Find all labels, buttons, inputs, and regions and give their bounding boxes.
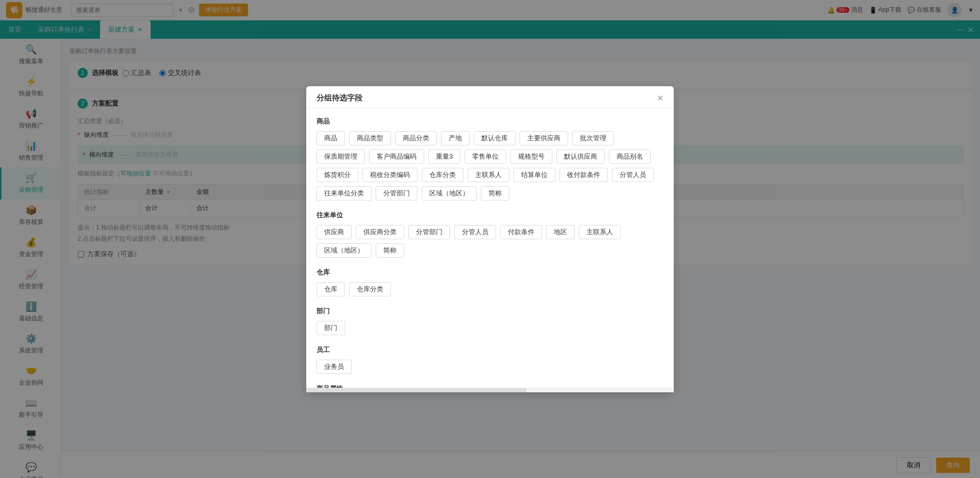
field-tag-main-contact2[interactable]: 主联系人 [579, 225, 621, 239]
department-field-tags: 部门 [316, 321, 664, 335]
warehouse-section: 仓库 仓库 仓库分类 [316, 268, 664, 296]
warehouse-section-title: 仓库 [316, 268, 664, 277]
field-tag-manager[interactable]: 分管人员 [612, 168, 654, 182]
field-tag-batch-mgmt[interactable]: 批次管理 [572, 131, 614, 145]
field-tag-dept[interactable]: 部门 [316, 321, 345, 335]
warehouse-field-tags: 仓库 仓库分类 [316, 282, 664, 296]
product-attr-section-title: 商品属性 [316, 384, 664, 388]
field-tag-warehouse-category[interactable]: 仓库分类 [422, 168, 463, 182]
field-tag-retail-unit[interactable]: 零售单位 [464, 149, 506, 164]
goods-section-title: 商品 [316, 117, 664, 126]
field-tag-main-contact[interactable]: 主联系人 [468, 168, 509, 182]
field-tag-settlement-unit[interactable]: 结算单位 [513, 168, 555, 182]
field-tag-warehouse-cat[interactable]: 仓库分类 [349, 282, 391, 296]
goods-section: 商品 商品 商品类型 商品分类 产地 默认仓库 主要供应商 批次管理 保质期管理… [316, 117, 664, 200]
goods-field-tags: 商品 商品类型 商品分类 产地 默认仓库 主要供应商 批次管理 保质期管理 客户… [316, 131, 664, 200]
modal-close-button[interactable]: ✕ [657, 93, 664, 103]
field-tag-supplier-category[interactable]: 供应商分类 [356, 225, 404, 239]
field-tag-spec-type[interactable]: 规格型号 [510, 149, 552, 164]
field-tag-region[interactable]: 区域（地区） [422, 186, 477, 200]
field-tag-warehouse[interactable]: 仓库 [316, 282, 345, 296]
field-tag-main-supplier[interactable]: 主要供应商 [520, 131, 568, 145]
department-section: 部门 部门 [316, 307, 664, 335]
modal-body: 商品 商品 商品类型 商品分类 产地 默认仓库 主要供应商 批次管理 保质期管理… [306, 109, 674, 388]
modal-hscroll-thumb[interactable] [306, 388, 527, 392]
employee-section-title: 员工 [316, 345, 664, 355]
field-tag-default-warehouse[interactable]: 默认仓库 [474, 131, 516, 145]
field-tag-expiry-mgmt[interactable]: 保质期管理 [316, 149, 365, 164]
modal-hscroll-area [306, 388, 674, 392]
modal-header: 分组待选字段 ✕ [306, 86, 674, 109]
partner-field-tags: 供应商 供应商分类 分管部门 分管人员 付款条件 地区 主联系人 区域（地区） … [316, 225, 664, 258]
field-tag-points[interactable]: 炼货积分 [316, 168, 358, 182]
field-tag-goods-type[interactable]: 商品类型 [349, 131, 391, 145]
field-tag-salesperson[interactable]: 业务员 [316, 360, 352, 374]
modal-title: 分组待选字段 [316, 93, 362, 103]
field-tag-customer-code[interactable]: 客户商品编码 [369, 149, 424, 164]
department-section-title: 部门 [316, 307, 664, 316]
modal-overlay: 分组待选字段 ✕ 商品 商品 商品类型 商品分类 产地 默认仓库 主要供应商 批… [0, 0, 980, 478]
field-tag-short-name[interactable]: 简称 [481, 186, 509, 200]
product-attr-section: 商品属性 属性 颜色 多规格 尺码 鞋码 1 [316, 384, 664, 388]
field-tag-goods[interactable]: 商品 [316, 131, 345, 145]
partner-section: 往来单位 供应商 供应商分类 分管部门 分管人员 付款条件 地区 主联系人 区域… [316, 211, 664, 258]
field-tag-payment-terms[interactable]: 收付款条件 [559, 168, 608, 182]
employee-section: 员工 业务员 [316, 345, 664, 374]
field-tag-weight3[interactable]: 重量3 [428, 149, 460, 164]
field-tag-dept-manage2[interactable]: 分管部门 [408, 225, 450, 239]
field-tag-tax-code[interactable]: 税收分类编码 [362, 168, 418, 182]
field-tag-region-area2[interactable]: 区域（地区） [316, 243, 372, 258]
field-tag-region2[interactable]: 地区 [546, 225, 575, 239]
field-tag-goods-category[interactable]: 商品分类 [395, 131, 437, 145]
field-tag-origin[interactable]: 产地 [441, 131, 470, 145]
field-select-modal: 分组待选字段 ✕ 商品 商品 商品类型 商品分类 产地 默认仓库 主要供应商 批… [306, 86, 674, 392]
partner-section-title: 往来单位 [316, 211, 664, 220]
field-tag-partner-category[interactable]: 往来单位分类 [316, 186, 372, 200]
field-tag-dept-manage[interactable]: 分管部门 [376, 186, 418, 200]
field-tag-payment-cond[interactable]: 付款条件 [500, 225, 542, 239]
field-tag-goods-alias[interactable]: 商品别名 [609, 149, 651, 164]
field-tag-supplier[interactable]: 供应商 [316, 225, 352, 239]
field-tag-manager2[interactable]: 分管人员 [454, 225, 496, 239]
field-tag-default-supplier[interactable]: 默认供应商 [556, 149, 605, 164]
field-tag-short-name2[interactable]: 简称 [376, 243, 404, 258]
employee-field-tags: 业务员 [316, 360, 664, 374]
